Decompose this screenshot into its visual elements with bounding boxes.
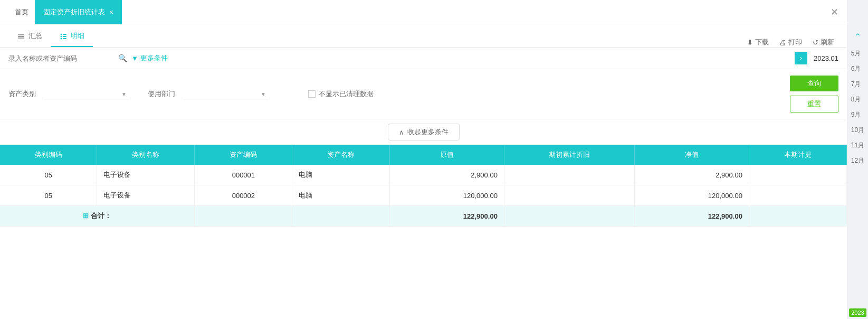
- col-category-code: 类别编码: [0, 145, 97, 165]
- nav-tab-active[interactable]: 固定资产折旧统计表 ×: [35, 0, 122, 24]
- cell-category-code: 05: [0, 185, 97, 206]
- asset-category-select[interactable]: [44, 89, 129, 99]
- collapse-row: ∧ 收起更多条件: [0, 119, 847, 145]
- sidebar-month-item[interactable]: 10月: [851, 123, 864, 138]
- date-label: 2023.01: [814, 54, 838, 62]
- total-net-value: 122,900.00: [635, 206, 749, 227]
- sidebar-scroll-up-icon[interactable]: ⌃: [854, 32, 861, 42]
- svg-rect-8: [63, 38, 66, 39]
- nav-tab-label: 固定资产折旧统计表: [43, 7, 105, 17]
- total-accumulated-depreciation: [504, 206, 635, 227]
- filter-area: 资产类别 ▼ 使用部门 ▼: [0, 69, 847, 119]
- cell-accumulated-depreciation: [504, 165, 635, 185]
- table-row[interactable]: 05 电子设备 000002 电脑 120,000.00 120,000.00: [0, 185, 847, 206]
- sidebar-month-item[interactable]: 8月: [851, 92, 864, 107]
- cell-asset-code: 000002: [195, 185, 292, 206]
- print-button[interactable]: 🖨 打印: [779, 37, 802, 47]
- total-current-depreciation: [749, 206, 846, 227]
- filter-icon: ▼: [131, 54, 138, 62]
- nav-tab-close-icon[interactable]: ×: [109, 8, 113, 16]
- no-cleared-checkbox-area: 不显示已清理数据: [308, 89, 374, 99]
- filter-actions: 查询 重置: [790, 76, 838, 112]
- collapse-icon: ∧: [399, 128, 404, 136]
- cell-current-depreciation: [749, 165, 846, 185]
- svg-point-5: [61, 36, 62, 37]
- col-category-name: 类别名称: [97, 145, 195, 165]
- cell-asset-name: 电脑: [292, 185, 390, 206]
- toolbar-buttons: ⬇ 下载 🖨 打印 ↺ 刷新: [747, 37, 838, 47]
- tab-detail[interactable]: 明细: [51, 26, 93, 47]
- list-icon: [59, 32, 68, 40]
- svg-rect-0: [18, 34, 24, 35]
- sidebar-month-item[interactable]: 5月: [851, 46, 864, 61]
- cell-category-name: 电子设备: [97, 185, 195, 206]
- download-icon: ⬇: [747, 39, 753, 46]
- svg-rect-4: [63, 34, 66, 35]
- layers-icon: [17, 32, 25, 40]
- date-nav-button[interactable]: ›: [795, 52, 807, 64]
- collapse-button[interactable]: ∧ 收起更多条件: [388, 124, 460, 140]
- query-button[interactable]: 查询: [790, 76, 838, 91]
- right-sidebar: ⌃ 5月6月7月8月9月10月11月12月 2023: [847, 0, 868, 319]
- year-badge: 2023: [849, 308, 866, 317]
- total-original-value: 122,900.00: [390, 206, 504, 227]
- cell-net-value: 2,900.00: [635, 165, 749, 185]
- print-icon: 🖨: [779, 39, 786, 46]
- tab-summary[interactable]: 汇总: [8, 26, 51, 47]
- cell-original-value: 2,900.00: [390, 165, 504, 185]
- svg-rect-1: [18, 36, 24, 37]
- search-input[interactable]: [8, 54, 114, 62]
- table-total-row: ⊞ 合计： 122,900.00 122,900.00: [0, 206, 847, 227]
- search-icon[interactable]: 🔍: [118, 54, 127, 62]
- col-asset-code: 资产编码: [195, 145, 292, 165]
- tab-detail-label: 明细: [71, 31, 84, 41]
- refresh-icon: ↺: [813, 39, 818, 46]
- col-current-depreciation: 本期计提: [749, 145, 846, 165]
- more-filter-button[interactable]: ▼ 更多条件: [131, 53, 168, 63]
- col-net-value: 净值: [635, 145, 749, 165]
- table-header-row: 类别编码 类别名称 资产编码 资产名称 原值 期初累计折旧 净值 本期计提: [0, 145, 847, 165]
- data-table-wrapper: 类别编码 类别名称 资产编码 资产名称 原值 期初累计折旧 净值 本期计提 05…: [0, 145, 847, 319]
- cell-net-value: 120,000.00: [635, 185, 749, 206]
- total-asset-code: [195, 206, 292, 227]
- table-row[interactable]: 05 电子设备 000001 电脑 2,900.00 2,900.00: [0, 165, 847, 185]
- cell-asset-code: 000001: [195, 165, 292, 185]
- tab-summary-label: 汇总: [28, 31, 42, 41]
- no-cleared-checkbox[interactable]: [308, 90, 316, 98]
- no-cleared-label: 不显示已清理数据: [319, 89, 374, 99]
- asset-category-label: 资产类别: [8, 89, 40, 99]
- more-filter-label: 更多条件: [140, 53, 168, 63]
- sidebar-month-item[interactable]: 9月: [851, 107, 864, 123]
- cell-accumulated-depreciation: [504, 185, 635, 206]
- sidebar-month-item[interactable]: 12月: [851, 153, 864, 168]
- reset-button[interactable]: 重置: [790, 96, 838, 112]
- col-original-value: 原值: [390, 145, 504, 165]
- top-nav: 首页 固定资产折旧统计表 × ✕: [0, 0, 847, 24]
- sidebar-month-item[interactable]: 7月: [851, 77, 864, 92]
- cell-asset-name: 电脑: [292, 165, 390, 185]
- col-asset-name: 资产名称: [292, 145, 390, 165]
- content-wrapper: 汇总 明细 ⬇ 下载: [0, 24, 847, 319]
- asset-category-field: 资产类别 ▼: [8, 89, 127, 99]
- col-accumulated-depreciation: 期初累计折旧: [504, 145, 635, 165]
- total-icon: ⊞: [83, 212, 89, 220]
- department-label: 使用部门: [148, 89, 179, 99]
- collapse-label: 收起更多条件: [407, 127, 449, 137]
- cell-category-code: 05: [0, 165, 97, 185]
- download-button[interactable]: ⬇ 下载: [747, 37, 769, 47]
- cell-original-value: 120,000.00: [390, 185, 504, 206]
- download-label: 下载: [755, 37, 769, 47]
- total-asset-name: [292, 206, 390, 227]
- refresh-button[interactable]: ↺ 刷新: [813, 37, 834, 47]
- total-label: ⊞ 合计：: [0, 206, 195, 227]
- filter-row: 资产类别 ▼ 使用部门 ▼: [8, 76, 838, 112]
- window-close-icon[interactable]: ✕: [831, 6, 838, 18]
- search-bar: 🔍 ▼ 更多条件 › 2023.01: [0, 48, 847, 69]
- refresh-label: 刷新: [821, 37, 834, 47]
- sidebar-month-item[interactable]: 11月: [851, 138, 864, 153]
- data-table: 类别编码 类别名称 资产编码 资产名称 原值 期初累计折旧 净值 本期计提 05…: [0, 145, 847, 227]
- svg-point-3: [61, 34, 62, 35]
- nav-home[interactable]: 首页: [8, 7, 35, 17]
- department-select[interactable]: [184, 89, 268, 99]
- sidebar-month-item[interactable]: 6月: [851, 61, 864, 77]
